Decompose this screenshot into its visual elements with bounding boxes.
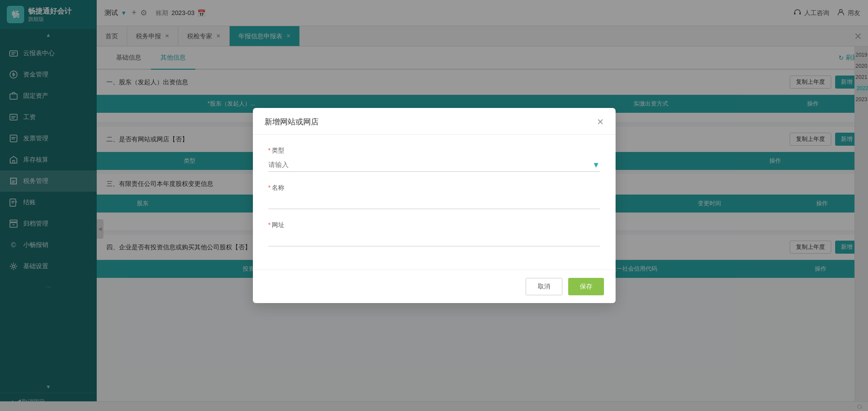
modal-header: 新增网站或网店 ✕ bbox=[253, 108, 616, 135]
modal-footer: 取消 保存 bbox=[253, 270, 616, 303]
modal-body: *类型 ▼ *名称 *网址 bbox=[253, 135, 616, 270]
field-type-label: *类型 bbox=[268, 146, 600, 155]
modal-close-button[interactable]: ✕ bbox=[597, 117, 604, 127]
save-button[interactable]: 保存 bbox=[568, 278, 604, 295]
dropdown-arrow-icon[interactable]: ▼ bbox=[592, 161, 600, 169]
cancel-button[interactable]: 取消 bbox=[526, 278, 562, 295]
add-website-modal: 新增网站或网店 ✕ *类型 ▼ *名称 bbox=[253, 108, 616, 303]
form-field-name: *名称 bbox=[268, 183, 600, 209]
type-select-wrapper: ▼ bbox=[268, 158, 600, 172]
field-url-label: *网址 bbox=[268, 221, 600, 229]
modal-overlay[interactable]: 新增网站或网店 ✕ *类型 ▼ *名称 bbox=[0, 0, 868, 411]
modal-title: 新增网站或网店 bbox=[265, 117, 319, 127]
field-name-label: *名称 bbox=[268, 183, 600, 192]
url-input[interactable] bbox=[268, 232, 600, 246]
type-input[interactable] bbox=[268, 158, 600, 172]
name-input[interactable] bbox=[268, 195, 600, 209]
form-field-url: *网址 bbox=[268, 221, 600, 246]
form-field-type: *类型 ▼ bbox=[268, 146, 600, 172]
